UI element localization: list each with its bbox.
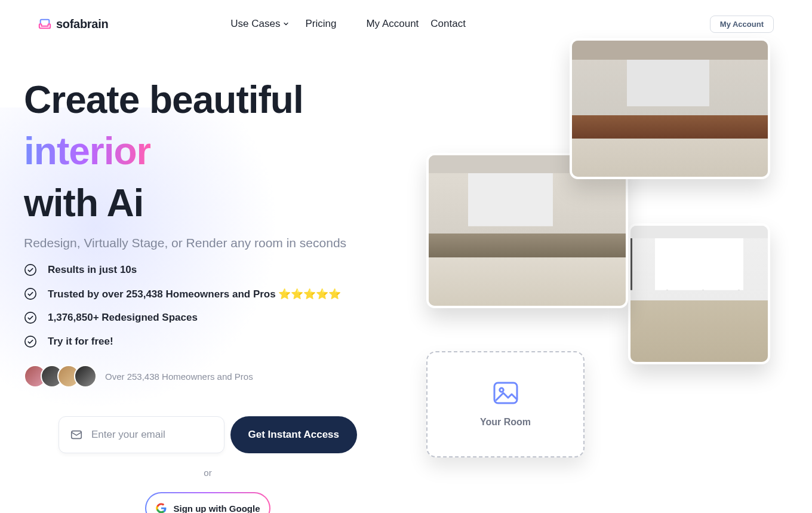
feature-item: 1,376,850+ Redesigned Spaces	[24, 311, 382, 324]
feature-text: 1,376,850+ Redesigned Spaces	[48, 312, 198, 324]
feature-item: Try it for free!	[24, 335, 382, 348]
upload-dropzone[interactable]: Your Room	[426, 351, 585, 457]
feature-list: Results in just 10s Trusted by over 253,…	[24, 263, 382, 348]
mail-icon	[70, 428, 83, 441]
nav-secondary: My Account Contact	[366, 18, 465, 30]
sample-render-3	[628, 223, 770, 364]
svg-rect-5	[494, 383, 517, 403]
avatar	[74, 365, 97, 388]
headline-line1: Create beautiful	[24, 78, 303, 121]
svg-point-3	[25, 336, 36, 347]
nav-primary: Use Cases Pricing	[230, 18, 336, 30]
svg-point-0	[25, 265, 36, 275]
check-circle-icon	[24, 287, 37, 300]
social-proof: Over 253,438 Homeowners and Pros	[24, 365, 382, 388]
header: sofabrain Use Cases Pricing My Account C…	[0, 0, 812, 38]
google-signup-button[interactable]: Sign up with Google	[145, 492, 270, 513]
nav-pricing[interactable]: Pricing	[305, 18, 336, 30]
svg-point-6	[499, 388, 503, 392]
headline-animated-word: interior	[24, 130, 150, 173]
google-icon	[156, 503, 167, 513]
feature-text: Trusted by over 253,438 Homeowners and P…	[48, 288, 341, 300]
or-divider: or	[59, 468, 357, 478]
my-account-button[interactable]: My Account	[710, 16, 774, 33]
feature-text: Results in just 10s	[48, 264, 137, 276]
email-field[interactable]	[91, 429, 213, 441]
nav-contact[interactable]: Contact	[430, 18, 466, 30]
nav-pricing-label: Pricing	[305, 18, 336, 30]
avatar-stack	[24, 365, 97, 388]
subtitle: Redesign, Virtually Stage, or Render any…	[24, 236, 382, 250]
svg-point-1	[25, 288, 36, 299]
headline-line3: with Ai	[24, 182, 143, 225]
nav-use-cases[interactable]: Use Cases	[230, 18, 288, 30]
sample-render-1	[570, 38, 770, 179]
social-proof-text: Over 253,438 Homeowners and Pros	[105, 371, 253, 382]
nav-contact-label: Contact	[430, 18, 466, 30]
nav-my-account-label: My Account	[366, 18, 419, 30]
logo-text: sofabrain	[56, 17, 108, 31]
logo[interactable]: sofabrain	[38, 17, 108, 31]
image-icon	[493, 381, 519, 405]
signup-form: Get Instant Access or Sign up with Googl…	[59, 416, 357, 513]
check-circle-icon	[24, 335, 37, 348]
nav-use-cases-label: Use Cases	[230, 18, 280, 30]
feature-text: Try it for free!	[48, 336, 113, 348]
check-circle-icon	[24, 311, 37, 324]
svg-point-2	[25, 312, 36, 323]
get-access-button[interactable]: Get Instant Access	[230, 416, 357, 453]
upload-label: Your Room	[480, 417, 531, 428]
hero: Create beautiful interior with Ai Redesi…	[0, 38, 382, 513]
google-signup-label: Sign up with Google	[174, 503, 260, 513]
gallery: Your Room	[418, 36, 788, 466]
feature-item: Results in just 10s	[24, 263, 382, 277]
feature-item: Trusted by over 253,438 Homeowners and P…	[24, 287, 382, 300]
nav-my-account[interactable]: My Account	[366, 18, 419, 30]
email-input-container[interactable]	[59, 416, 224, 453]
check-circle-icon	[24, 263, 37, 277]
logo-icon	[38, 17, 51, 30]
chevron-down-icon	[282, 20, 288, 26]
page-title: Create beautiful interior with Ai	[24, 74, 382, 229]
